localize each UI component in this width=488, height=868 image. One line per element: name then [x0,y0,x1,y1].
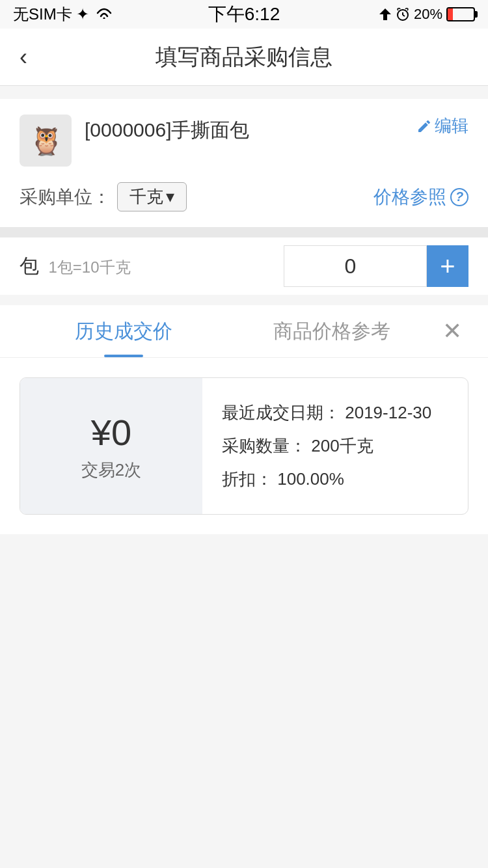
tab-panel: 历史成交价 商品价格参考 ✕ ¥0 交易2次 最近成交日期： 2019-12-3… [0,305,488,534]
battery-icon [446,7,475,21]
quantity-conversion: 1包=10千克 [48,258,130,276]
history-price-section: ¥0 交易2次 [20,378,202,514]
history-card: ¥0 交易2次 最近成交日期： 2019-12-30 采购数量： 200千克 折… [20,377,468,515]
nav-title: 填写商品采购信息 [156,42,332,72]
history-qty-value: 200千克 [311,436,373,455]
unit-row: 采购单位： 千克 ▾ [20,182,187,211]
status-carrier: 无SIM卡 ✦ [13,4,114,25]
edit-button[interactable]: 编辑 [416,115,468,137]
svg-line-2 [403,15,405,16]
alarm-icon [396,7,410,21]
unit-label: 采购单位： [20,185,111,210]
history-discount-value: 100.00% [277,469,344,489]
product-left: 🦉 [0000006]手撕面包 [20,115,249,167]
dropdown-arrow-icon: ▾ [166,187,174,207]
tab-close-button[interactable]: ✕ [436,311,468,351]
location-icon [379,8,392,21]
quantity-plus-button[interactable]: + [427,245,468,287]
info-icon: ? [450,188,468,206]
price-ref-button[interactable]: 价格参照 ? [373,185,468,210]
svg-text:🦉: 🦉 [29,125,64,157]
back-button[interactable]: ‹ [20,44,27,71]
quantity-unit-label: 包 [20,255,39,277]
tab-header: 历史成交价 商品价格参考 ✕ [0,305,488,358]
carrier-text: 无SIM卡 ✦ [13,4,89,25]
history-date-label: 最近成交日期： [222,403,340,422]
status-bar: 无SIM卡 ✦ 下午6:12 20% [0,0,488,29]
product-card: 🦉 [0000006]手撕面包 编辑 采购单位： 千克 ▾ 价格参照 ? [0,99,488,227]
tab-price-ref[interactable]: 商品价格参考 [228,305,436,357]
wifi-icon [94,7,114,21]
tab-price-ref-label: 商品价格参考 [273,318,390,345]
history-date-row: 最近成交日期： 2019-12-30 [222,401,448,424]
unit-value: 千克 [129,185,163,208]
unit-selector[interactable]: 千克 ▾ [117,182,187,211]
product-row-top: 🦉 [0000006]手撕面包 编辑 [20,115,468,167]
status-right: 20% [379,6,475,23]
quantity-input[interactable] [284,245,427,287]
owl-logo-icon: 🦉 [26,121,65,160]
tab-history-label: 历史成交价 [75,318,172,345]
product-row-bottom: 采购单位： 千克 ▾ 价格参照 ? [20,182,468,211]
tab-history-price[interactable]: 历史成交价 [20,305,228,357]
nav-bar: ‹ 填写商品采购信息 [0,29,488,86]
tab-content: ¥0 交易2次 最近成交日期： 2019-12-30 采购数量： 200千克 折… [0,358,488,534]
history-date-value: 2019-12-30 [345,403,431,422]
tab-active-indicator [104,355,143,357]
history-discount-row: 折扣： 100.00% [222,468,448,491]
section-divider [0,227,488,237]
edit-icon [416,118,432,134]
battery-percent: 20% [414,6,442,23]
price-ref-label: 价格参照 [373,185,446,210]
status-time: 下午6:12 [208,2,280,27]
product-thumbnail: 🦉 [20,115,72,167]
history-discount-label: 折扣： [222,469,273,489]
quantity-label-group: 包 1包=10千克 [20,253,131,280]
quantity-control: + [284,245,468,287]
history-qty-row: 采购数量： 200千克 [222,435,448,457]
edit-label: 编辑 [435,115,468,137]
history-trade-count: 交易2次 [81,459,141,481]
quantity-row: 包 1包=10千克 + [0,237,488,295]
history-details-section: 最近成交日期： 2019-12-30 采购数量： 200千克 折扣： 100.0… [202,378,468,514]
history-price-value: ¥0 [91,411,131,454]
product-name: [0000006]手撕面包 [85,117,249,144]
history-qty-label: 采购数量： [222,436,306,455]
